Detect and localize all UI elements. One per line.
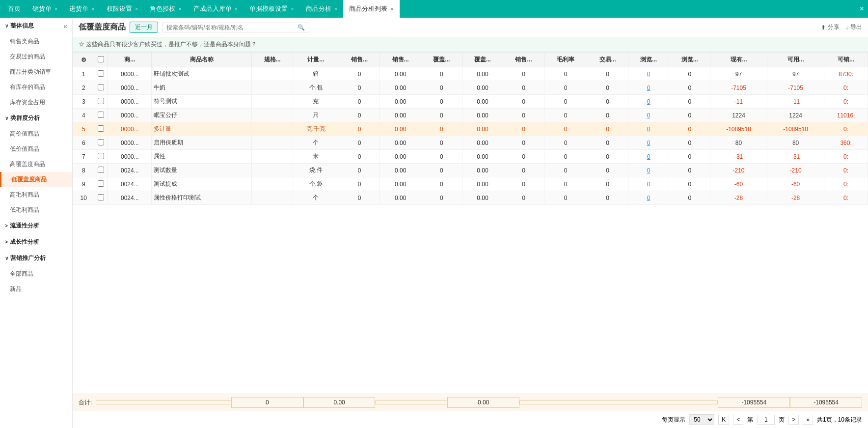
row-s1: 0 <box>339 122 380 136</box>
row-checkbox[interactable] <box>94 191 108 205</box>
row-checkbox[interactable] <box>94 177 108 191</box>
nav-tab-purchase[interactable]: 进货单 × <box>63 0 100 18</box>
col-settings[interactable]: ⚙ <box>73 53 94 67</box>
row-browse1[interactable]: 0 <box>628 164 669 177</box>
col-spec[interactable]: 规格... <box>252 53 293 67</box>
close-all-button[interactable]: × <box>860 4 864 13</box>
sidebar-item-stocked-goods[interactable]: 有库存的商品 <box>0 80 72 95</box>
row-browse1[interactable]: 0 <box>628 95 669 109</box>
row-browse1[interactable]: 0 <box>628 150 669 164</box>
close-sales-icon[interactable]: × <box>54 6 57 12</box>
row-checkbox[interactable] <box>94 122 108 136</box>
sidebar-section-marketing[interactable]: ∨ 营销推广分析 <box>0 250 72 266</box>
col-sales3[interactable]: 销售... <box>503 53 544 67</box>
row-s2: 0.00 <box>380 122 421 136</box>
nav-tab-sales[interactable]: 销货单 × <box>27 0 63 18</box>
row-browse1[interactable]: 0 <box>628 122 669 136</box>
col-code[interactable]: 商... <box>108 53 152 67</box>
sidebar-item-category-rate[interactable]: 商品分类动销率 <box>0 64 72 80</box>
row-browse1[interactable]: 0 <box>628 136 669 150</box>
sidebar-section-class[interactable]: ∨ 类群度分析 <box>0 110 72 126</box>
filter-recent-month-button[interactable]: 近一月 <box>130 22 158 33</box>
search-input[interactable] <box>166 24 298 31</box>
close-analysis-list-icon[interactable]: × <box>390 6 393 12</box>
content-header: 低覆盖度商品 近一月 🔍 ⬆ 分享 ↓ 导出 <box>73 18 868 37</box>
last-page-button[interactable]: » <box>803 415 813 425</box>
col-name[interactable]: 商品名称 <box>152 53 252 67</box>
col-saleable[interactable]: 可销... <box>824 53 868 67</box>
col-trade[interactable]: 交易... <box>587 53 628 67</box>
row-c1: 0 <box>421 122 462 136</box>
sidebar-item-new-goods[interactable]: 新品 <box>0 282 72 297</box>
col-stock1[interactable]: 现有... <box>710 53 767 67</box>
first-page-button[interactable]: K <box>718 415 729 425</box>
row-s2: 0.00 <box>380 136 421 150</box>
sidebar-collapse-button[interactable]: « <box>63 22 67 30</box>
nav-tab-template[interactable]: 单据模板设置 × <box>244 0 299 18</box>
nav-tab-roles[interactable]: 角色授权 × <box>144 0 187 18</box>
export-button[interactable]: ↓ 导出 <box>845 23 862 31</box>
row-browse1[interactable]: 0 <box>628 67 669 81</box>
share-button[interactable]: ⬆ 分享 <box>821 23 840 31</box>
sidebar-item-all-goods[interactable]: 全部商品 <box>0 266 72 282</box>
sidebar-section-growth[interactable]: > 成长性分析 <box>0 234 72 250</box>
row-checkbox[interactable] <box>94 109 108 122</box>
close-warehouse-icon[interactable]: × <box>235 6 238 12</box>
close-roles-icon[interactable]: × <box>178 6 181 12</box>
nav-tab-home[interactable]: 首页 <box>2 0 27 18</box>
section-overall-arrow: ∨ <box>5 23 8 29</box>
col-unit[interactable]: 计量... <box>293 53 339 67</box>
row-code: 0000... <box>108 122 152 136</box>
col-coverage1[interactable]: 覆盖... <box>421 53 462 67</box>
per-page-select[interactable]: 50 10 20 100 <box>689 414 714 425</box>
row-stock2: 80 <box>767 136 824 150</box>
close-permissions-icon[interactable]: × <box>135 6 138 12</box>
sidebar-item-high-value[interactable]: 高价值商品 <box>0 126 72 142</box>
next-page-button[interactable]: > <box>788 415 799 425</box>
col-browse2[interactable]: 浏览... <box>669 53 710 67</box>
close-analysis-icon[interactable]: × <box>334 6 337 12</box>
select-all-checkbox[interactable] <box>98 56 104 62</box>
sidebar-item-high-coverage[interactable]: 高覆盖度商品 <box>0 157 72 172</box>
row-checkbox[interactable] <box>94 150 108 164</box>
col-stock2[interactable]: 可用... <box>767 53 824 67</box>
col-coverage2[interactable]: 覆盖... <box>462 53 503 67</box>
row-c1: 0 <box>421 81 462 95</box>
row-checkbox[interactable] <box>94 136 108 150</box>
sidebar-item-capital[interactable]: 库存资金占用 <box>0 95 72 110</box>
nav-tab-permissions[interactable]: 权限设置 × <box>101 0 144 18</box>
row-browse1[interactable]: 0 <box>628 109 669 122</box>
row-browse1[interactable]: 0 <box>628 191 669 205</box>
page-number-input[interactable] <box>757 415 775 425</box>
col-browse1[interactable]: 浏览... <box>628 53 669 67</box>
col-sales2[interactable]: 销售... <box>380 53 421 67</box>
row-browse1[interactable]: 0 <box>628 81 669 95</box>
sidebar-section-overall[interactable]: ∨ 整体信息 « <box>0 18 72 34</box>
col-gross-rate[interactable]: 毛利率 <box>544 53 587 67</box>
row-no: 9 <box>73 177 94 191</box>
sidebar-item-low-value[interactable]: 低价值商品 <box>0 142 72 157</box>
col-checkbox[interactable] <box>94 53 108 67</box>
main-container: ∨ 整体信息 « 销售类商品 交易过的商品 商品分类动销率 有库存的商品 库存资… <box>0 18 868 428</box>
nav-tab-analysis[interactable]: 商品分析 × <box>300 0 343 18</box>
row-stock1: -60 <box>710 177 767 191</box>
sidebar-item-low-coverage[interactable]: 低覆盖度商品 <box>0 172 72 187</box>
row-checkbox[interactable] <box>94 81 108 95</box>
row-checkbox[interactable] <box>94 67 108 81</box>
prev-page-button[interactable]: < <box>733 415 743 425</box>
search-icon[interactable]: 🔍 <box>298 24 305 31</box>
sidebar-item-low-gross[interactable]: 低毛利商品 <box>0 202 72 218</box>
nav-tab-analysis-list[interactable]: 商品分析列表 × <box>343 0 399 18</box>
sidebar-item-sales-goods[interactable]: 销售类商品 <box>0 34 72 49</box>
col-sales1[interactable]: 销售... <box>339 53 380 67</box>
nav-tab-warehouse[interactable]: 产成品入库单 × <box>188 0 244 18</box>
row-checkbox[interactable] <box>94 164 108 177</box>
close-template-icon[interactable]: × <box>291 6 294 12</box>
row-browse1[interactable]: 0 <box>628 177 669 191</box>
sidebar-item-high-gross[interactable]: 高毛利商品 <box>0 187 72 202</box>
row-unit: 克,千克 <box>293 122 339 136</box>
row-checkbox[interactable] <box>94 95 108 109</box>
sidebar-item-traded-goods[interactable]: 交易过的商品 <box>0 49 72 64</box>
close-purchase-icon[interactable]: × <box>91 6 94 12</box>
sidebar-section-flow[interactable]: > 流通性分析 <box>0 218 72 234</box>
